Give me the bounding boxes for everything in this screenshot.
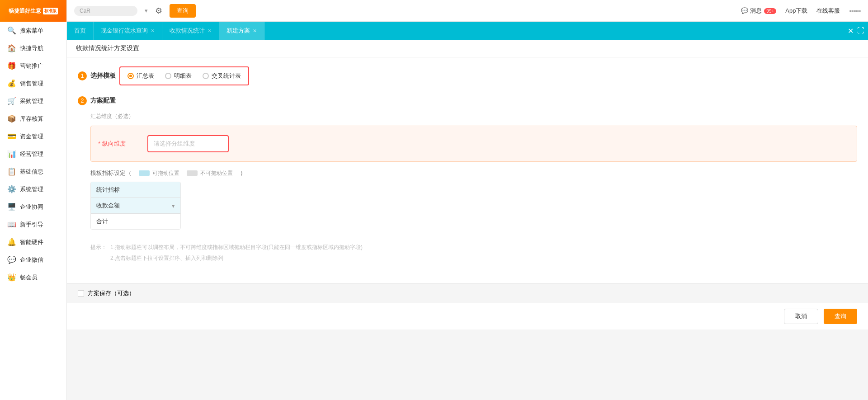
radio-detail-label: 明细表: [174, 72, 192, 80]
metrics-table-header: 统计指标: [91, 182, 180, 198]
online-service-link[interactable]: 在线客服: [816, 7, 840, 15]
close-window-icon[interactable]: ✕: [848, 27, 854, 35]
dimension-row: * 纵向维度 —— 请选择分组维度: [98, 135, 849, 152]
tab-new-plan[interactable]: 新建方案✕: [219, 22, 264, 40]
purchase-icon: 🛒: [7, 97, 16, 105]
sidebar-item-label: 畅会员: [20, 273, 38, 282]
radio-cross[interactable]: 交叉统计表: [203, 72, 241, 80]
basic-info-icon: 📋: [7, 167, 16, 176]
metrics-cell-amount[interactable]: 收款金额 ▾: [91, 198, 180, 213]
sidebar-item-label: 企业微信: [20, 256, 43, 264]
vertical-dim-label: * 纵向维度: [98, 140, 126, 148]
operations-icon: 📊: [7, 150, 16, 158]
enterprise-icon: 🖥️: [7, 202, 16, 211]
tab-bar-right: ✕ ⛶: [848, 27, 868, 35]
step2-section: 2 方案配置 汇总维度（必选） * 纵向维度 —— 请选择分组维度: [78, 96, 857, 264]
message-badge: 99+: [764, 8, 776, 14]
radio-detail-btn[interactable]: [165, 73, 171, 79]
query-button[interactable]: 查询: [824, 309, 857, 324]
sidebar-item-finance[interactable]: 💳资金管理: [0, 127, 66, 145]
tab-home[interactable]: 首页: [67, 22, 94, 40]
user-info: ▪▪▪▪▪▪: [849, 8, 861, 14]
save-option: 方案保存（可选）: [67, 283, 868, 303]
dimension-select[interactable]: 请选择分组维度: [147, 135, 229, 152]
step2-label: 方案配置: [90, 97, 116, 105]
trial-button[interactable]: 查询: [170, 4, 196, 18]
maximize-icon[interactable]: ⛶: [857, 27, 864, 35]
sidebar-item-label: 资金管理: [20, 132, 43, 141]
marketing-icon: 🎁: [7, 61, 16, 70]
message-icon[interactable]: 💬 消息 99+: [741, 7, 776, 15]
legend-not-draggable: 不可拖动位置: [187, 169, 233, 177]
wechat-icon: 💬: [7, 255, 16, 264]
dropdown-icon[interactable]: ▾: [145, 7, 148, 14]
step2-num: 2: [78, 96, 87, 105]
sidebar-item-quick-nav[interactable]: 🏠快捷导航: [0, 39, 66, 57]
tab-close-collection-stats[interactable]: ✕: [208, 28, 212, 34]
breadcrumb: CaR: [74, 6, 137, 16]
settings-icon[interactable]: ⚙: [155, 6, 162, 16]
tip-row-1: 提示： 1.拖动标题栏可以调整布局，不可跨维度或指标区域拖动栏目字段(只能在同一…: [90, 242, 857, 253]
tab-label-collection-stats: 收款情况统计: [170, 27, 205, 35]
sidebar-item-operations[interactable]: 📊经营管理: [0, 145, 66, 163]
sidebar-item-label: 销售管理: [20, 80, 43, 88]
sidebar-item-label: 快捷导航: [20, 44, 43, 52]
sidebar-item-search-menu[interactable]: 🔍搜索菜单: [0, 22, 66, 39]
tab-bank-flow[interactable]: 现金银行流水查询✕: [94, 22, 162, 40]
content-area: 收款情况统计方案设置 1 选择模板 汇总表 明细表: [67, 40, 868, 400]
sidebar-item-label: 营销推广: [20, 62, 43, 70]
tip-prefix: 提示：: [90, 242, 107, 253]
sidebar-item-member[interactable]: 👑畅会员: [0, 268, 66, 286]
dropdown-arrow-icon[interactable]: ▾: [172, 202, 175, 209]
sidebar-item-sales[interactable]: 💰销售管理: [0, 75, 66, 92]
sidebar-item-marketing[interactable]: 🎁营销推广: [0, 57, 66, 75]
step1-section: 1 选择模板 汇总表 明细表 交叉统计表: [78, 66, 857, 85]
sidebar-item-label: 系统管理: [20, 185, 43, 193]
sidebar: 畅捷通好生意 标准版 🔍搜索菜单🏠快捷导航🎁营销推广💰销售管理🛒采购管理📦库存核…: [0, 0, 67, 400]
sidebar-item-guide[interactable]: 📖新手引导: [0, 216, 66, 233]
legend-draggable: 可拖动位置: [139, 169, 179, 177]
sidebar-item-system[interactable]: ⚙️系统管理: [0, 180, 66, 198]
sidebar-item-wechat[interactable]: 💬企业微信: [0, 251, 66, 268]
hardware-icon: 🔔: [7, 238, 16, 246]
metrics-total-cell: 合计: [91, 213, 180, 229]
guide-icon: 📖: [7, 220, 16, 229]
cancel-button[interactable]: 取消: [784, 309, 818, 324]
radio-detail[interactable]: 明细表: [165, 72, 192, 80]
radio-summary-label: 汇总表: [137, 72, 154, 80]
finance-icon: 💳: [7, 132, 16, 141]
tab-close-new-plan[interactable]: ✕: [253, 28, 257, 34]
sidebar-item-purchase[interactable]: 🛒采购管理: [0, 92, 66, 110]
metrics-table: 统计指标 收款金额 ▾ 合计: [90, 182, 181, 230]
sidebar-item-enterprise[interactable]: 🖥️企业协同: [0, 198, 66, 216]
sidebar-item-label: 企业协同: [20, 203, 43, 211]
tab-close-bank-flow[interactable]: ✕: [151, 28, 155, 34]
dimension-area: * 纵向维度 —— 请选择分组维度: [90, 126, 857, 162]
sidebar-item-inventory[interactable]: 📦库存核算: [0, 110, 66, 127]
top-header: CaR ▾ ⚙ 查询 💬 消息 99+ App下载 在线客服 ▪▪▪▪▪▪: [67, 0, 868, 22]
sales-icon: 💰: [7, 79, 16, 88]
radio-summary[interactable]: 汇总表: [127, 72, 154, 80]
sidebar-item-label: 经营管理: [20, 150, 43, 158]
search-menu-icon: 🔍: [7, 26, 16, 35]
tip-text-1: 1.拖动标题栏可以调整布局，不可跨维度或指标区域拖动栏目字段(只能在同一维度或指…: [110, 242, 363, 253]
form-container: 1 选择模板 汇总表 明细表 交叉统计表: [67, 57, 868, 283]
page-title: 收款情况统计方案设置: [76, 44, 139, 52]
main-area: CaR ▾ ⚙ 查询 💬 消息 99+ App下载 在线客服 ▪▪▪▪▪▪ 首页…: [67, 0, 868, 400]
sidebar-item-label: 采购管理: [20, 97, 43, 105]
tips-area: 提示： 1.拖动标题栏可以调整布局，不可跨维度或指标区域拖动栏目字段(只能在同一…: [90, 242, 857, 264]
inventory-icon: 📦: [7, 114, 16, 123]
radio-summary-btn[interactable]: [127, 73, 134, 79]
sidebar-item-basic-info[interactable]: 📋基础信息: [0, 163, 66, 180]
tip-text-2: 2.点击标题栏下拉可设置排序、插入列和删除列: [110, 253, 223, 264]
radio-cross-btn[interactable]: [203, 73, 209, 79]
message-label: 消息: [750, 7, 762, 14]
sidebar-item-hardware[interactable]: 🔔智能硬件: [0, 233, 66, 251]
metrics-cell-amount-label: 收款金额: [96, 202, 168, 210]
tab-collection-stats[interactable]: 收款情况统计✕: [162, 22, 219, 40]
save-checkbox[interactable]: [78, 290, 84, 296]
metrics-legend: 可拖动位置 不可拖动位置: [139, 169, 233, 177]
app-download-link[interactable]: App下载: [785, 7, 807, 15]
tip-row-2: 提示： 2.点击标题栏下拉可设置排序、插入列和删除列: [90, 253, 857, 264]
arrow-icon: ——: [131, 141, 142, 147]
